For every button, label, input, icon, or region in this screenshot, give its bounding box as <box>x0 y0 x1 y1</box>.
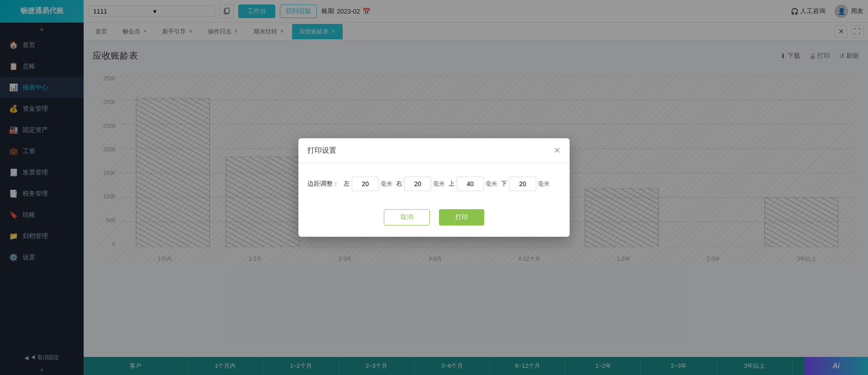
margin-right-unit: 毫米 <box>433 180 445 188</box>
margin-label: 边距调整： <box>307 180 339 188</box>
print-button[interactable]: 打印 <box>439 209 484 225</box>
margin-form-row: 边距调整： 左 毫米 右 毫米 上 毫米 <box>307 177 561 191</box>
modal-title: 打印设置 <box>307 146 336 155</box>
cancel-button[interactable]: 取消 <box>384 209 430 225</box>
margin-group: 左 毫米 右 毫米 上 毫米 下 <box>344 177 550 191</box>
modal-overlay: 打印设置 ✕ 边距调整： 左 毫米 右 毫米 <box>0 0 868 375</box>
margin-top-unit: 毫米 <box>486 180 497 188</box>
modal-close-button[interactable]: ✕ <box>554 145 561 155</box>
margin-bottom-input[interactable] <box>509 177 536 191</box>
margin-top-label: 上 <box>448 180 455 188</box>
margin-bottom-unit: 毫米 <box>538 180 550 188</box>
margin-left-unit: 毫米 <box>381 180 392 188</box>
margin-right-item: 右 毫米 <box>396 177 445 191</box>
margin-left-label: 左 <box>344 180 350 188</box>
margin-top-item: 上 毫米 <box>448 177 497 191</box>
modal-footer: 取消 打印 <box>298 205 570 237</box>
margin-top-input[interactable] <box>457 177 484 191</box>
print-settings-modal: 打印设置 ✕ 边距调整： 左 毫米 右 毫米 <box>298 138 570 237</box>
margin-right-input[interactable] <box>404 177 431 191</box>
margin-left-item: 左 毫米 <box>344 177 392 191</box>
modal-header: 打印设置 ✕ <box>298 138 570 163</box>
margin-bottom-item: 下 毫米 <box>501 177 550 191</box>
modal-body: 边距调整： 左 毫米 右 毫米 上 毫米 <box>298 163 570 205</box>
margin-right-label: 右 <box>396 180 402 188</box>
margin-left-input[interactable] <box>352 177 379 191</box>
margin-bottom-label: 下 <box>501 180 507 188</box>
